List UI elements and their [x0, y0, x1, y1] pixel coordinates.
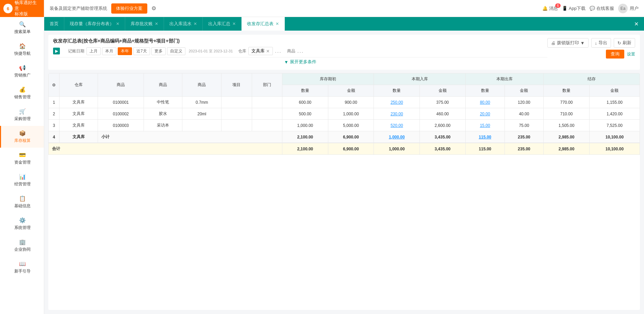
- sidebar-item-search[interactable]: 🔍 搜索菜单: [0, 17, 44, 39]
- header-right-actions: 🖨 拨锁版打印 ▼ ↓ 导出 ↻ 刷新: [547, 38, 635, 59]
- th-out-qty: 数量: [465, 85, 505, 97]
- date-btn-this-year[interactable]: 本年: [118, 47, 132, 55]
- print-button[interactable]: 🖨 拨锁版打印 ▼: [547, 38, 589, 48]
- filter-row-1: ▶ 记账日期 上月 本月 本年 近7天 更多 自定义 2023-0: [53, 47, 547, 55]
- sidebar-item-finance[interactable]: 💳 资金管理: [0, 148, 44, 169]
- user-menu[interactable]: Ea 用户: [618, 4, 639, 13]
- cell-out-qty[interactable]: 80.00: [465, 97, 505, 108]
- tabbar: 首页 现存量（库存分布表） ✕ 库存批次账 ✕ 出入库流水 ✕ 出入库汇总 ✕ …: [44, 17, 644, 31]
- date-btn-this-month[interactable]: 本月: [102, 47, 116, 55]
- cell-in-qty[interactable]: 520.00: [374, 120, 420, 131]
- sidebar-item-quick-nav[interactable]: 🏠 快捷导航: [0, 39, 44, 61]
- tab-inventory-dist[interactable]: 现存量（库存分布表） ✕: [64, 17, 125, 31]
- subtotal-row: 4 文具库 小计 2,100.00 6,900.00 1,000.00 3,43…: [49, 131, 640, 143]
- cell-in-amt: 375.00: [420, 97, 466, 108]
- tab-in-out-summary[interactable]: 出入库汇总 ✕: [203, 17, 242, 31]
- tab-inventory-dist-label: 现存量（库存分布表）: [70, 21, 114, 27]
- subtotal-warehouse: 文具库: [60, 131, 98, 143]
- export-label: 导出: [598, 40, 607, 46]
- sidebar-item-sales[interactable]: 💰 销售管理: [0, 82, 44, 104]
- marketing-icon: 📢: [19, 65, 26, 71]
- experience-button[interactable]: 体验行业方案: [111, 3, 147, 14]
- subtotal-balance-amt: 10,100.00: [589, 131, 640, 143]
- collapse-arrow[interactable]: ▶: [53, 48, 60, 54]
- th-balance-qty: 数量: [544, 85, 590, 97]
- sidebar-item-basic[interactable]: 📋 基础信息: [0, 191, 44, 213]
- sidebar-item-label: 系统管理: [14, 225, 31, 231]
- date-btn-more[interactable]: 更多: [151, 47, 166, 55]
- sidebar-item-purchase[interactable]: 🛒 采购管理: [0, 104, 44, 126]
- cell-opening-amt: 5,000.00: [328, 120, 374, 131]
- cell-warehouse: 文具库: [60, 108, 98, 120]
- online-service-btn[interactable]: 💬 在线客服: [590, 5, 614, 12]
- print-icon: 🖨: [551, 40, 556, 46]
- user-label: 用户: [630, 5, 639, 12]
- cell-goods-spec: 0.7mm: [182, 97, 221, 108]
- total-balance-qty: 2,985.00: [544, 143, 590, 155]
- tab-in-out-flow[interactable]: 出入库流水 ✕: [164, 17, 203, 31]
- tabbar-close-btn[interactable]: ✕: [629, 21, 644, 27]
- sidebar-item-system[interactable]: ⚙️ 系统管理: [0, 213, 44, 235]
- tab-home[interactable]: 首页: [44, 17, 64, 31]
- cell-warehouse: 文具库: [60, 120, 98, 131]
- print-label: 拨锁版打印: [557, 40, 579, 46]
- sidebar-logo: 6 畅库遇好生意 标准版: [0, 0, 44, 17]
- app-download-btn[interactable]: 📱 App下载: [562, 5, 585, 12]
- subtotal-out-qty[interactable]: 115.00: [465, 131, 505, 143]
- cell-goods-code: 0100001: [98, 97, 144, 108]
- export-button[interactable]: ↓ 导出: [591, 38, 611, 48]
- warehouse-tag-remove[interactable]: ✕: [266, 49, 270, 54]
- close-icon[interactable]: ✕: [276, 21, 279, 26]
- refresh-button[interactable]: ↻ 刷新: [614, 38, 635, 48]
- sidebar-item-label: 采购管理: [14, 116, 31, 122]
- th-in-qty: 数量: [374, 85, 420, 97]
- tab-recv-send-summary[interactable]: 收发存汇总表 ✕: [242, 17, 285, 31]
- query-button[interactable]: 查询: [606, 50, 624, 59]
- warehouse-tag: 文具库 ✕: [248, 47, 273, 55]
- subtotal-in-qty[interactable]: 1,000.00: [374, 131, 420, 143]
- close-icon[interactable]: ✕: [116, 21, 119, 26]
- sidebar-item-label: 搜索菜单: [14, 29, 31, 35]
- goods-ellipsis[interactable]: ...: [297, 48, 304, 54]
- cell-out-qty[interactable]: 20.00: [465, 108, 505, 120]
- date-btn-7days[interactable]: 近7天: [133, 47, 150, 55]
- subtotal-label: 小计: [98, 131, 282, 143]
- chevron-down-icon: ▼: [580, 40, 585, 46]
- logo-icon: 6: [3, 4, 13, 13]
- app-download-label: App下载: [569, 5, 585, 12]
- cell-in-qty[interactable]: 230.00: [374, 108, 420, 120]
- total-balance-amt: 10,100.00: [589, 143, 640, 155]
- cell-balance-qty: 1,505.00: [544, 120, 590, 131]
- total-opening-amt: 6,900.00: [328, 143, 374, 155]
- subtotal-balance-qty: 2,985.00: [544, 131, 590, 143]
- cell-opening-qty: 1,000.00: [282, 120, 328, 131]
- avatar: Ea: [618, 4, 628, 13]
- warehouse-ellipsis[interactable]: ...: [275, 48, 281, 54]
- cell-project: [221, 97, 252, 108]
- sidebar-item-guide[interactable]: 📖 新手引导: [0, 257, 44, 278]
- expand-more-btn[interactable]: ▼ 展开更多条件: [53, 57, 547, 66]
- settings-link[interactable]: 设置: [627, 51, 635, 57]
- close-icon[interactable]: ✕: [232, 21, 236, 26]
- close-icon[interactable]: ✕: [194, 21, 197, 26]
- cell-out-qty[interactable]: 15.00: [465, 120, 505, 131]
- service-icon: 💬: [590, 6, 595, 11]
- close-icon[interactable]: ✕: [155, 21, 158, 26]
- cell-in-qty[interactable]: 250.00: [374, 97, 420, 108]
- cell-project: [221, 120, 252, 131]
- tab-batch-ledger[interactable]: 库存批次账 ✕: [125, 17, 164, 31]
- date-btn-last-month[interactable]: 上月: [86, 47, 101, 55]
- total-label: 合计: [49, 143, 282, 155]
- cell-department: [252, 120, 282, 131]
- sidebar-item-enterprise[interactable]: 🏢 企业协同: [0, 235, 44, 257]
- cell-goods-spec: 20ml: [182, 108, 221, 120]
- sidebar: 6 畅库遇好生意 标准版 🔍 搜索菜单 🏠 快捷导航 📢 营销推广 💰 销售管理…: [0, 0, 44, 314]
- th-settings[interactable]: ⚙: [49, 73, 60, 97]
- gear-icon[interactable]: ⚙: [151, 5, 156, 12]
- sidebar-item-inventory[interactable]: 📦 库存核算: [0, 126, 44, 148]
- date-btn-custom[interactable]: 自定义: [167, 47, 185, 55]
- notifications-btn[interactable]: 🔔 消息 6: [542, 5, 558, 12]
- sidebar-item-operations[interactable]: 📊 经营管理: [0, 169, 44, 191]
- sidebar-item-marketing[interactable]: 📢 营销推广: [0, 61, 44, 82]
- sidebar-item-label: 新手引导: [14, 268, 31, 274]
